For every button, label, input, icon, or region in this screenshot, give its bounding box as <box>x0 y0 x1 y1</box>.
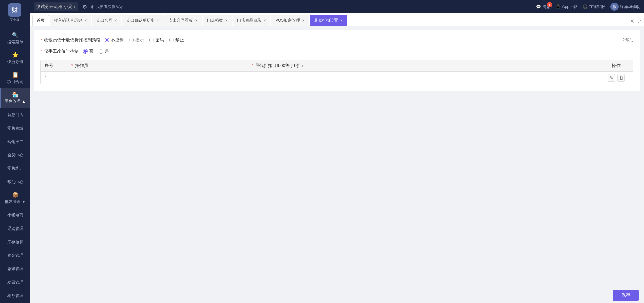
sidebar-item-wholesale[interactable]: 📦批发管理 ▼ <box>0 188 30 208</box>
sidebar-item-retail[interactable]: 🏪零售管理 ▲ <box>0 88 30 108</box>
main-area: 测试分开流程-小兄 ▾ ⚙ ◎ 我要看实例演示 💬 消息 9 📱 App下载 🎧… <box>30 0 644 303</box>
sidebar-item-ledger[interactable]: 总账管理 <box>0 262 30 275</box>
row-operator[interactable] <box>67 76 248 80</box>
tab-pos-password[interactable]: POS加密管理 ✕ <box>271 15 309 26</box>
help-text: 帮助 <box>625 37 633 43</box>
demo-text: 我要看实例演示 <box>96 4 124 10</box>
radio-manual-no-label: 否 <box>89 48 93 54</box>
sidebar-item-finance[interactable]: 资金管理 <box>0 248 30 262</box>
tab-income-history-close[interactable]: ✕ <box>84 19 87 22</box>
radio-manual-yes-input[interactable] <box>99 49 103 54</box>
sidebar-item-smart-store[interactable]: 智慧门店 <box>0 108 30 121</box>
sidebar-icon-wholesale: 📦 <box>12 192 19 198</box>
tab-store-files-close[interactable]: ✕ <box>225 19 228 22</box>
sidebar-item-shortcut[interactable]: ⭐快捷导航 <box>0 48 30 68</box>
tab-payment-contract-label: 支出合同 <box>96 18 112 23</box>
content-area: * 收银员低于最低折扣控制策略 不控制 提示 密码 <box>30 26 644 287</box>
tab-payment-contract-close[interactable]: ✕ <box>114 19 117 22</box>
col-operator-label: 操作员 <box>75 63 88 68</box>
avatar: 徐 <box>610 3 619 11</box>
sidebar-menu: 🔍搜索菜单⭐快捷导航📋项目合同🏪零售管理 ▲智慧门店零售商城营销推广会员中心零售… <box>0 26 30 303</box>
tab-income-history[interactable]: 收入确认单历史 ✕ <box>50 15 91 26</box>
radio-remind[interactable]: 提示 <box>129 37 144 43</box>
sidebar-item-inventory[interactable]: 库存核算 <box>0 235 30 248</box>
online-support-action[interactable]: 🎧 在线客服 <box>583 4 605 10</box>
sidebar-label-inventory: 库存核算 <box>7 239 23 245</box>
tab-home-label: 首页 <box>37 18 45 23</box>
save-button[interactable]: 保存 <box>613 290 639 301</box>
radio-password[interactable]: 密码 <box>149 37 164 43</box>
sidebar-item-help-center[interactable]: 帮助中心 <box>0 175 30 188</box>
tab-home[interactable]: 首页 <box>32 15 49 26</box>
discount-policy-row: * 收银员低于最低折扣控制策略 不控制 提示 密码 <box>40 37 633 43</box>
sidebar-item-ecommerce[interactable]: 小畅电商 <box>0 208 30 221</box>
row-seq: 1 <box>41 73 67 82</box>
user-info[interactable]: 徐 徐泽华修改 <box>610 3 640 11</box>
message-icon: 💬 <box>536 4 541 9</box>
sidebar-item-project[interactable]: 📋项目合同 <box>0 68 30 88</box>
tab-store-catalog-close[interactable]: ✕ <box>263 19 266 22</box>
radio-no-control[interactable]: 不控制 <box>105 37 124 43</box>
sidebar-item-search[interactable]: 🔍搜索菜单 <box>0 29 30 48</box>
radio-remind-label: 提示 <box>135 37 144 43</box>
sidebar-label-invoice: 发票管理 <box>7 280 23 285</box>
demo-link[interactable]: ◎ 我要看实例演示 <box>91 4 124 10</box>
sidebar-label-ledger: 总账管理 <box>7 266 23 272</box>
sidebar-item-purchase[interactable]: 采购管理 <box>0 221 30 235</box>
tab-payment-board[interactable]: 支出合同看板 ✕ <box>164 15 202 26</box>
tab-income-history-label: 收入确认单历史 <box>54 18 82 23</box>
messages-action[interactable]: 💬 消息 9 <box>536 4 550 10</box>
row-discount[interactable] <box>248 76 599 80</box>
sidebar-item-member[interactable]: 会员中心 <box>0 148 30 161</box>
discount-policy-radio-group: 不控制 提示 密码 禁止 <box>105 37 184 43</box>
radio-manual-no[interactable]: 否 <box>83 48 93 54</box>
sidebar-label-tax: 税务管理 <box>7 293 23 299</box>
topbar-settings-icon[interactable]: ⚙ <box>82 4 87 10</box>
tab-store-catalog[interactable]: 门店商品目录 ✕ <box>233 15 270 26</box>
tab-payment-history-close[interactable]: ✕ <box>157 19 159 22</box>
radio-password-input[interactable] <box>149 38 154 42</box>
tab-store-files[interactable]: 门店档案 ✕ <box>203 15 232 26</box>
sidebar-label-help-center: 帮助中心 <box>7 179 23 185</box>
radio-manual-no-input[interactable] <box>83 49 88 54</box>
support-label: 在线客服 <box>589 4 605 10</box>
tab-payment-history-label: 支出确认单历史 <box>126 18 155 23</box>
radio-no-control-label: 不控制 <box>111 37 124 43</box>
radio-forbid-input[interactable] <box>169 38 174 42</box>
sidebar-item-retail-stats[interactable]: 零售统计 <box>0 161 30 175</box>
radio-manual-yes[interactable]: 是 <box>99 48 109 54</box>
footer-bar: 保存 <box>30 287 644 303</box>
tab-min-discount[interactable]: 最低折扣设置 ✕ <box>310 15 347 26</box>
tab-payment-contract[interactable]: 支出合同 ✕ <box>92 15 121 26</box>
sidebar-label-online-mall: 零售商城 <box>7 125 23 131</box>
sidebar-label-search: 搜索菜单 <box>7 39 23 45</box>
col-seq: 序号 <box>41 60 67 71</box>
col-operator: * 操作员 <box>67 60 248 71</box>
sidebar-item-invoice[interactable]: 发票管理 <box>0 275 30 289</box>
sidebar-item-tax[interactable]: 税务管理 <box>0 289 30 302</box>
discount-table: 序号 * 操作员 * 最低折扣（9.00等于9折） 操作 1 <box>40 60 633 84</box>
help-link[interactable]: ? 帮助 <box>622 37 633 43</box>
tab-min-discount-label: 最低折扣设置 <box>314 18 338 23</box>
project-selector[interactable]: 测试分开流程-小兄 ▾ <box>34 2 78 11</box>
logo-text: 专业版 <box>10 17 20 22</box>
tab-store-files-label: 门店档案 <box>207 18 223 23</box>
tab-pos-password-close[interactable]: ✕ <box>302 19 305 22</box>
tab-payment-history[interactable]: 支出确认单历史 ✕ <box>122 15 164 26</box>
tab-payment-board-close[interactable]: ✕ <box>195 19 198 22</box>
row-delete-btn[interactable]: 🗑 <box>617 74 625 82</box>
table-body: 1 ✎ 🗑 <box>41 72 633 84</box>
sidebar-logo: 财 专业版 <box>0 0 30 26</box>
tab-close-all-icon[interactable]: ✕ <box>630 18 634 24</box>
radio-forbid[interactable]: 禁止 <box>169 37 184 43</box>
radio-no-control-input[interactable] <box>105 38 109 42</box>
sidebar-item-marketing[interactable]: 营销推广 <box>0 135 30 148</box>
radio-remind-input[interactable] <box>129 38 134 42</box>
sidebar-icon-retail: 🏪 <box>12 91 19 98</box>
topbar: 测试分开流程-小兄 ▾ ⚙ ◎ 我要看实例演示 💬 消息 9 📱 App下载 🎧… <box>30 0 644 13</box>
sidebar-item-online-mall[interactable]: 零售商城 <box>0 121 30 135</box>
tab-min-discount-close[interactable]: ✕ <box>340 19 343 22</box>
tab-expand-icon[interactable]: ⤢ <box>637 18 641 24</box>
row-edit-btn[interactable]: ✎ <box>608 74 615 82</box>
app-download-action[interactable]: 📱 App下载 <box>556 4 577 10</box>
